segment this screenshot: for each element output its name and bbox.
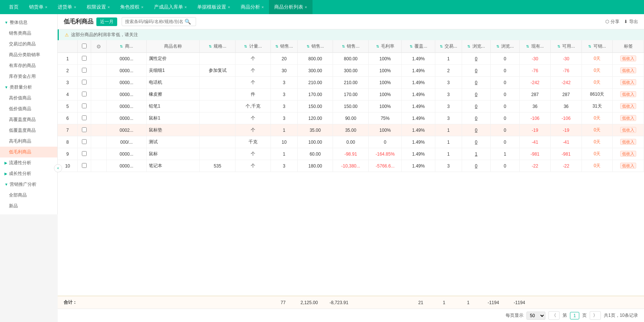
th-browse2[interactable]: ⇅ 浏览... xyxy=(491,40,520,53)
nav-product-analysis[interactable]: 商品分析 × xyxy=(236,0,269,14)
sidebar-item-in-stock-goods[interactable]: 有库存的商品 xyxy=(0,60,57,71)
sidebar-item-all-goods[interactable]: 全部商品 xyxy=(0,190,57,201)
close-icon[interactable]: × xyxy=(45,5,47,9)
th-sales-profit[interactable]: ⇅ 销售... xyxy=(333,40,368,53)
export-button[interactable]: ⬇ 导出 xyxy=(624,19,638,25)
row-browse1[interactable]: 0 xyxy=(462,112,491,124)
row-checkbox-cell[interactable] xyxy=(78,77,91,89)
close-icon[interactable]: × xyxy=(141,5,143,9)
sidebar-item-sales-goods[interactable]: 销售类商品 xyxy=(0,28,57,39)
sidebar-item-stock-capital[interactable]: 库存资金占用 xyxy=(0,71,57,82)
row-browse1[interactable]: 0 xyxy=(462,136,491,148)
nav-role-auth[interactable]: 角色授权 × xyxy=(115,0,148,14)
close-icon[interactable]: × xyxy=(228,5,230,9)
share-button[interactable]: ⬡ 分享 xyxy=(605,19,619,25)
nav-product-analysis-list[interactable]: 商品分析列表 × xyxy=(269,0,312,14)
row-checkbox[interactable] xyxy=(82,115,87,120)
row-checkbox[interactable] xyxy=(82,68,87,73)
row-checkbox-cell[interactable] xyxy=(78,124,91,136)
th-unit[interactable]: ⇅ 计量... xyxy=(235,40,270,53)
th-checkbox[interactable] xyxy=(78,40,91,53)
nav-home[interactable]: 首页 xyxy=(4,0,24,14)
row-checkbox[interactable] xyxy=(82,163,87,168)
th-current[interactable]: ⇅ 现有... xyxy=(519,40,551,53)
nav-purchase-order[interactable]: 进货单 × xyxy=(52,0,81,14)
row-browse1[interactable]: 0 xyxy=(462,65,491,77)
sidebar-item-high-value[interactable]: 高价值商品 xyxy=(0,93,57,103)
sidebar-group-marketing[interactable]: ▼ 营销推广分析 xyxy=(0,179,57,190)
row-checkbox[interactable] xyxy=(82,127,87,132)
row-profit-rate: 0 xyxy=(368,136,402,148)
search-input[interactable] xyxy=(125,19,185,24)
close-icon[interactable]: × xyxy=(262,5,264,9)
sort-icon: ⇅ xyxy=(526,44,529,48)
row-checkbox-cell[interactable] xyxy=(78,65,91,77)
row-browse1[interactable]: 0 xyxy=(462,160,491,172)
row-browse1[interactable]: 0 xyxy=(462,77,491,89)
row-checkbox-cell[interactable] xyxy=(78,101,91,112)
sidebar-item-high-coverage[interactable]: 高覆盖度商品 xyxy=(0,114,57,125)
row-trade: 1 xyxy=(435,136,462,148)
sidebar-item-new-goods[interactable]: 新品 xyxy=(0,201,57,211)
close-icon[interactable]: × xyxy=(305,5,307,9)
th-code[interactable]: ⇅ 商... xyxy=(106,40,146,53)
th-browse1[interactable]: ⇅ 浏览... xyxy=(462,40,491,53)
row-browse1[interactable]: 0 xyxy=(462,53,491,65)
close-icon[interactable]: × xyxy=(108,5,110,9)
sidebar-item-traded-goods[interactable]: 交易过的商品 xyxy=(0,39,57,50)
th-sales-price[interactable]: ⇅ 销售... xyxy=(297,40,333,53)
time-filter-button[interactable]: 近一月 xyxy=(96,17,117,26)
row-checkbox-cell[interactable] xyxy=(78,112,91,124)
sidebar-collapse-button[interactable]: « xyxy=(54,164,62,172)
row-checkbox[interactable] xyxy=(82,139,87,144)
sidebar-item-low-value[interactable]: 低价值商品 xyxy=(0,103,57,114)
nav-permissions[interactable]: 权限设置 × xyxy=(81,0,115,14)
th-sellable[interactable]: ⇅ 可销... xyxy=(581,40,613,53)
row-browse1[interactable]: 0 xyxy=(462,124,491,136)
th-spec[interactable]: ⇅ 规格... xyxy=(200,40,235,53)
settings-icon[interactable]: ⚙ xyxy=(96,44,101,50)
row-checkbox-cell[interactable] xyxy=(78,53,91,65)
th-profit-rate[interactable]: ⇅ 毛利率 xyxy=(368,40,402,53)
next-page-button[interactable]: 〉 xyxy=(590,311,601,320)
sidebar-group-circulation[interactable]: ▶ 流通性分析 xyxy=(0,157,57,168)
sidebar-group-cluster[interactable]: ▼ 类群量分析 xyxy=(0,82,57,93)
nav-template-settings[interactable]: 单据模板设置 × xyxy=(192,0,235,14)
sidebar-item-category-rate[interactable]: 商品分类助销率 xyxy=(0,50,57,60)
row-sellable: 31天 xyxy=(581,101,613,112)
close-icon[interactable]: × xyxy=(74,5,76,9)
sidebar-item-low-coverage[interactable]: 低覆盖度商品 xyxy=(0,125,57,136)
row-checkbox[interactable] xyxy=(82,80,87,85)
th-settings[interactable]: ⚙ xyxy=(91,40,107,53)
search-icon[interactable]: 🔍 xyxy=(185,19,191,25)
sidebar-group-overall[interactable]: ▼ 整体信息 xyxy=(0,17,57,28)
row-sales-price: 150.00 xyxy=(297,101,333,112)
sidebar-group-growth[interactable]: ▶ 成长性分析 xyxy=(0,168,57,179)
th-trade[interactable]: ⇅ 交易... xyxy=(435,40,462,53)
th-margin[interactable]: ⇅ 覆盖... xyxy=(402,40,435,53)
th-sales-qty[interactable]: ⇅ 销售... xyxy=(271,40,298,53)
row-checkbox-cell[interactable] xyxy=(78,89,91,101)
close-icon[interactable]: × xyxy=(185,5,187,9)
nav-sales-order[interactable]: 销货单 × xyxy=(24,0,52,14)
row-current: -19 xyxy=(519,124,551,136)
row-browse1[interactable]: 0 xyxy=(462,101,491,112)
row-checkbox-cell[interactable] xyxy=(78,136,91,148)
row-checkbox-cell[interactable] xyxy=(78,160,91,172)
row-checkbox[interactable] xyxy=(82,103,87,108)
row-checkbox[interactable] xyxy=(82,56,87,61)
select-all-checkbox[interactable] xyxy=(82,44,87,48)
row-checkbox[interactable] xyxy=(82,151,87,156)
prev-page-button[interactable]: 〈 xyxy=(548,311,560,320)
row-browse1[interactable]: 1 xyxy=(462,148,491,160)
per-page-select[interactable]: 50 20 100 xyxy=(526,312,545,320)
tag-badge: 低收入 xyxy=(620,79,636,85)
sidebar-item-low-margin[interactable]: 低毛利商品 xyxy=(0,147,57,157)
row-browse1[interactable]: 0 xyxy=(462,89,491,101)
nav-product-entry[interactable]: 产成品入库单 × xyxy=(149,0,192,14)
footer-sales-profit: -8,723.91 xyxy=(324,300,354,305)
th-available[interactable]: ⇅ 可用... xyxy=(551,40,582,53)
row-checkbox-cell[interactable] xyxy=(78,148,91,160)
row-checkbox[interactable] xyxy=(82,92,87,96)
sidebar-item-high-margin[interactable]: 高毛利商品 xyxy=(0,136,57,147)
